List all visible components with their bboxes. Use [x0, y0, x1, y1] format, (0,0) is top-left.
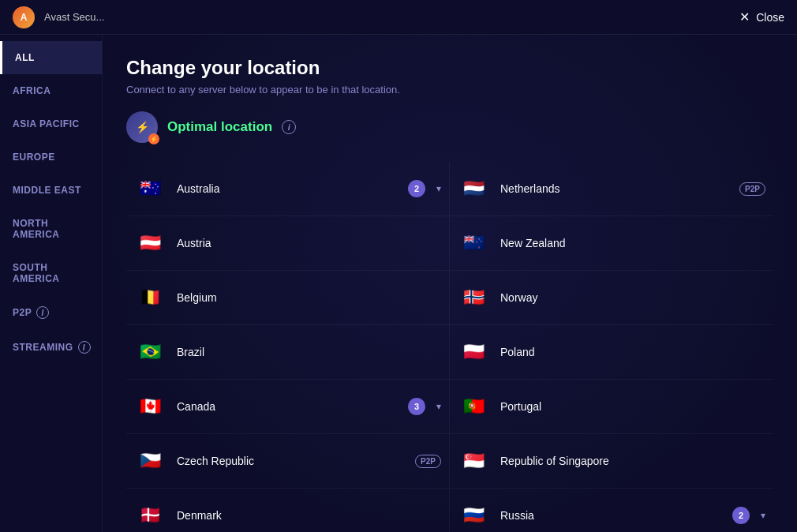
p2p-badge: P2P	[415, 455, 441, 468]
sidebar-item-streaming[interactable]: STREAMINGi	[0, 330, 102, 365]
flag-icon: 🇦🇹	[134, 227, 166, 259]
expand-icon[interactable]: ▾	[436, 183, 441, 194]
country-item-austria[interactable]: 🇦🇹 Austria	[126, 216, 450, 271]
optimal-label: Optimal location	[167, 119, 272, 135]
flag-icon: 🇳🇱	[458, 173, 489, 204]
flag-icon: 🇦🇺	[134, 173, 166, 204]
optimal-location[interactable]: ⚡ Optimal location i	[126, 111, 773, 143]
optimal-icon: ⚡	[126, 111, 158, 143]
country-name: Portugal	[500, 400, 765, 413]
country-item-republic-of-singapore[interactable]: 🇸🇬 Republic of Singapore	[450, 434, 773, 489]
sidebar-item-label: NORTH AMERICA	[13, 218, 60, 240]
country-name: Brazil	[177, 346, 441, 358]
flag-icon: 🇵🇹	[458, 391, 489, 422]
country-name: New Zealand	[500, 237, 765, 249]
close-icon: ✕	[739, 11, 750, 24]
server-count-badge: 2	[408, 180, 425, 197]
sidebar-item-middle-east[interactable]: MIDDLE EAST	[0, 174, 102, 207]
sidebar-item-north-america[interactable]: NORTH AMERICA	[0, 207, 102, 251]
flag-icon: 🇧🇪	[134, 282, 166, 313]
country-name: Czech Republic	[177, 455, 404, 467]
flag-icon: 🇳🇿	[458, 227, 489, 259]
optimal-bolt-icon: ⚡	[148, 133, 159, 144]
close-button[interactable]: ✕ Close	[739, 11, 784, 24]
expand-icon[interactable]: ▾	[436, 401, 441, 412]
close-label: Close	[756, 11, 784, 24]
sidebar-item-asia-pacific[interactable]: ASIA PACIFIC	[0, 107, 102, 140]
country-name: Republic of Singapore	[500, 455, 765, 467]
country-item-denmark[interactable]: 🇩🇰 Denmark	[126, 489, 450, 532]
flag-icon: 🇳🇴	[458, 282, 489, 313]
server-count-badge: 3	[408, 398, 425, 415]
sidebar-item-europe[interactable]: EUROPE	[0, 140, 102, 174]
country-name: Belgium	[177, 291, 441, 304]
page-subtitle: Connect to any server below to appear to…	[126, 84, 773, 96]
country-item-canada[interactable]: 🇨🇦 Canada 3▾	[126, 380, 450, 434]
p2p-badge: P2P	[739, 182, 765, 196]
country-name: Russia	[500, 509, 721, 522]
country-item-portugal[interactable]: 🇵🇹 Portugal	[450, 380, 773, 434]
country-item-belgium[interactable]: 🇧🇪 Belgium	[126, 271, 450, 325]
country-name: Norway	[500, 291, 765, 304]
info-icon: i	[78, 341, 91, 354]
country-item-poland[interactable]: 🇵🇱 Poland	[450, 325, 773, 380]
sidebar-item-p2p[interactable]: P2Pi	[0, 295, 102, 330]
flag-icon: 🇸🇬	[458, 445, 489, 477]
flag-icon: 🇩🇰	[134, 500, 166, 531]
sidebar-item-label: EUROPE	[13, 152, 55, 163]
sidebar-item-label: STREAMING	[13, 342, 73, 353]
expand-icon[interactable]: ▾	[761, 510, 765, 521]
flag-icon: 🇨🇦	[134, 391, 166, 422]
country-name: Poland	[500, 346, 765, 358]
countries-scroll[interactable]: 🇦🇺 Australia 2▾ 🇳🇱 Netherlands P2P 🇦🇹 Au…	[126, 162, 773, 532]
flag-icon: 🇧🇷	[134, 336, 166, 368]
sidebar: ALLAFRICAASIA PACIFICEUROPEMIDDLE EASTNO…	[0, 35, 103, 532]
sidebar-item-label: SOUTH AMERICA	[13, 262, 60, 284]
optimal-info-icon[interactable]: i	[282, 120, 296, 134]
flag-icon: 🇵🇱	[458, 336, 489, 368]
countries-grid: 🇦🇺 Australia 2▾ 🇳🇱 Netherlands P2P 🇦🇹 Au…	[126, 162, 773, 532]
country-item-czech-republic[interactable]: 🇨🇿 Czech Republic P2P	[126, 434, 450, 489]
sidebar-item-label: P2P	[13, 307, 32, 318]
sidebar-item-south-america[interactable]: SOUTH AMERICA	[0, 251, 102, 295]
content-inner: Change your location Connect to any serv…	[103, 35, 797, 532]
country-item-russia[interactable]: 🇷🇺 Russia 2▾	[450, 489, 773, 532]
flag-icon: 🇷🇺	[458, 500, 489, 531]
country-name: Denmark	[177, 509, 441, 522]
sidebar-item-label: ASIA PACIFIC	[13, 118, 80, 129]
country-name: Austria	[177, 237, 441, 249]
main-layout: ALLAFRICAASIA PACIFICEUROPEMIDDLE EASTNO…	[0, 35, 797, 532]
page-title: Change your location	[126, 57, 773, 79]
content-area: Change your location Connect to any serv…	[103, 35, 797, 532]
content-header: Change your location Connect to any serv…	[126, 57, 773, 96]
country-name: Australia	[177, 182, 397, 195]
sidebar-item-africa[interactable]: AFRICA	[0, 74, 102, 107]
flag-icon: 🇨🇿	[134, 445, 166, 477]
sidebar-item-label: MIDDLE EAST	[13, 185, 81, 196]
top-bar: A Avast Secu... ✕ Close	[0, 0, 797, 35]
country-item-new-zealand[interactable]: 🇳🇿 New Zealand	[450, 216, 773, 271]
app-logo: A	[13, 6, 35, 28]
sidebar-item-label: ALL	[15, 52, 35, 63]
country-item-norway[interactable]: 🇳🇴 Norway	[450, 271, 773, 325]
country-item-netherlands[interactable]: 🇳🇱 Netherlands P2P	[450, 162, 773, 216]
app-title: Avast Secu...	[44, 11, 104, 23]
country-name: Netherlands	[500, 182, 728, 195]
country-name: Canada	[177, 400, 397, 413]
info-icon: i	[36, 306, 49, 319]
country-item-australia[interactable]: 🇦🇺 Australia 2▾	[126, 162, 450, 216]
server-count-badge: 2	[732, 507, 750, 524]
sidebar-item-all[interactable]: ALL	[0, 41, 102, 74]
sidebar-item-label: AFRICA	[13, 85, 51, 96]
country-item-brazil[interactable]: 🇧🇷 Brazil	[126, 325, 450, 380]
